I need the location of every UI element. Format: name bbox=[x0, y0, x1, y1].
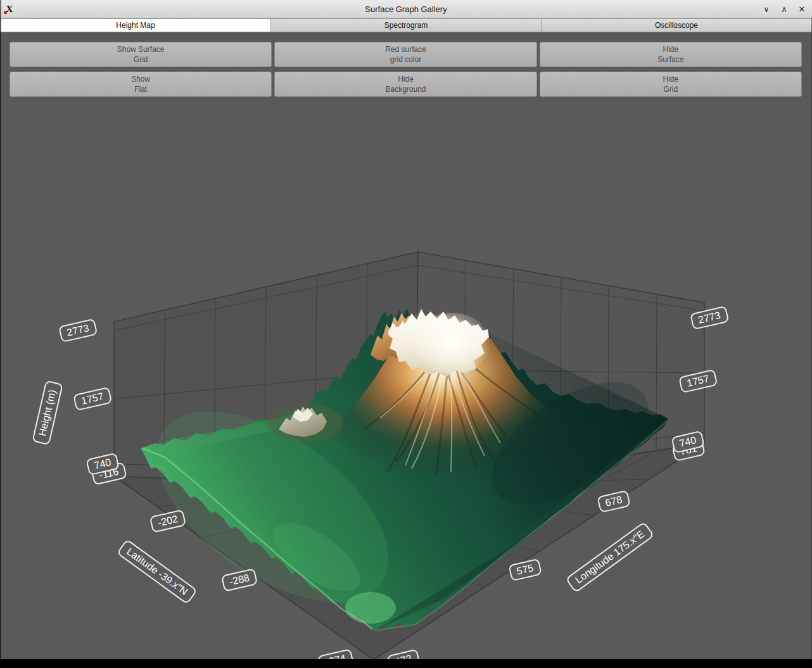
surface-grid-color-button[interactable]: Red surface grid color bbox=[274, 42, 536, 67]
app-icon-glyph: X bbox=[6, 4, 13, 14]
shade-window-button[interactable]: ∨ bbox=[761, 4, 771, 14]
secondary-peak bbox=[267, 404, 343, 442]
tab-height-map[interactable]: Height Map bbox=[0, 18, 271, 32]
titlebar[interactable]: X Surface Graph Gallery ∨ ∧ ✕ bbox=[0, 0, 812, 18]
window-left-border bbox=[0, 0, 1, 668]
control-button-grid: Show Surface Grid Red surface grid color… bbox=[10, 42, 802, 97]
hide-background-button[interactable]: Hide Background bbox=[274, 72, 536, 97]
tab-oscilloscope[interactable]: Oscilloscope bbox=[542, 18, 812, 32]
maximize-window-button[interactable]: ∧ bbox=[779, 4, 789, 14]
show-flat-button[interactable]: Show Flat bbox=[10, 72, 272, 97]
surface-plot-3d[interactable] bbox=[0, 0, 812, 668]
screen-edge-strip bbox=[0, 659, 812, 668]
tab-spectrogram[interactable]: Spectrogram bbox=[271, 18, 542, 32]
toggle-surface-grid-button[interactable]: Show Surface Grid bbox=[10, 42, 272, 67]
window-title: Surface Graph Gallery bbox=[0, 0, 812, 18]
hide-grid-button[interactable]: Hide Grid bbox=[540, 72, 802, 97]
tab-bar: Height Map Spectrogram Oscilloscope bbox=[0, 18, 812, 32]
app-icon[interactable]: X bbox=[4, 4, 15, 14]
hide-surface-button[interactable]: Hide Surface bbox=[540, 42, 802, 67]
close-window-button[interactable]: ✕ bbox=[797, 4, 807, 14]
app-icon-red-mark bbox=[4, 11, 7, 14]
